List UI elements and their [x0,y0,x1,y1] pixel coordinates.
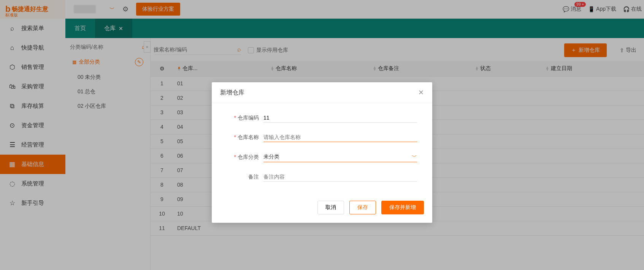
modal-mask: 新增仓库 ✕ *仓库编码 *仓库名称 *仓库分类 未分类 ﹀ 备注 [0,0,644,19]
